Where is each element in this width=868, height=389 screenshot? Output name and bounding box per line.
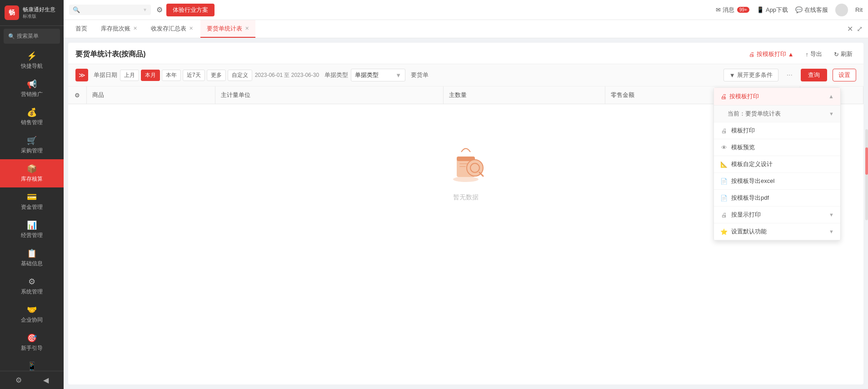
messages-badge: 99+	[737, 7, 749, 13]
template-pdf-icon: 📄	[720, 195, 728, 202]
filter-more-btn[interactable]: ···	[784, 71, 795, 79]
export-label: 导出	[810, 50, 822, 58]
sidebar-item-system[interactable]: ⚙ 系统管理	[0, 272, 64, 300]
tab-order-stats[interactable]: 要货单统计表 ✕	[200, 20, 255, 38]
tab-home[interactable]: 首页	[69, 20, 94, 38]
template-excel-label: 按模板导出excel	[731, 177, 774, 185]
close-all-tabs-btn[interactable]: ✕	[847, 25, 853, 33]
sidebar-item-apps[interactable]: 📱 应用中心	[0, 357, 64, 371]
print-icon: 🖨	[749, 51, 755, 58]
tab-collect[interactable]: 收发存汇总表 ✕	[145, 20, 200, 38]
template-pdf-label: 按模板导出pdf	[731, 194, 769, 202]
display-print-label: 按显示打印	[731, 211, 761, 219]
tab-batch-close[interactable]: ✕	[133, 25, 137, 31]
refresh-btn[interactable]: ↻ 刷新	[830, 48, 856, 60]
topbar-search-input[interactable]	[82, 7, 141, 13]
refresh-icon: ↻	[834, 51, 839, 58]
dropdown-item-template-excel[interactable]: 📄 按模板导出excel	[714, 173, 840, 190]
empty-text: 暂无数据	[453, 193, 479, 202]
user-avatar[interactable]	[835, 4, 848, 16]
template-excel-icon: 📄	[720, 178, 728, 185]
scrollbar-thumb[interactable]	[865, 147, 868, 175]
print-dropdown-menu: 🖨 按模板打印 ▲ 当前：要货单统计表 ▼ 🖨 模板打印 👁 模板预览 📐 模板…	[713, 87, 841, 241]
query-btn[interactable]: 查询	[801, 69, 827, 81]
sidebar-item-inventory[interactable]: 📦 库存核算	[0, 159, 64, 187]
marketing-icon: 📢	[27, 79, 37, 89]
date-btn-last-month[interactable]: 上月	[120, 70, 139, 81]
print-btn[interactable]: 🖨 按模板打印 ▲	[745, 48, 798, 60]
dropdown-current-item[interactable]: 当前：要货单统计表 ▼	[714, 106, 840, 122]
app-download-btn[interactable]: 📱 App下载	[757, 6, 788, 14]
topbar-search-area[interactable]: 🔍 ▼	[69, 5, 151, 15]
date-range-display: 2023-06-01 至 2023-06-30	[255, 71, 319, 79]
trial-btn[interactable]: 体验行业方案	[166, 4, 215, 16]
vertical-scrollbar[interactable]	[865, 129, 868, 220]
search-menu-btn[interactable]: 🔍 搜索菜单	[4, 29, 60, 44]
settings-footer-btn[interactable]: ⚙	[15, 376, 22, 384]
sidebar-item-purchase[interactable]: 🛒 采购管理	[0, 131, 64, 159]
filter-toggle-btn[interactable]: ≫	[75, 69, 88, 81]
expand-filter-icon: ▼	[729, 72, 735, 79]
topbar: 🔍 ▼ ⚙ 体验行业方案 ✉ 消息 99+ 📱 App下载 💬 在线客服 Rit	[64, 0, 868, 20]
date-btn-this-year[interactable]: 本年	[162, 70, 181, 81]
collapse-footer-btn[interactable]: ◀	[43, 376, 49, 384]
basic-label: 基础信息	[21, 260, 43, 268]
tab-collect-close[interactable]: ✕	[189, 25, 193, 31]
sidebar-item-cooperation[interactable]: 🤝 企业协同	[0, 300, 64, 328]
dropdown-header[interactable]: 🖨 按模板打印 ▲	[714, 88, 840, 106]
sidebar-item-shortcuts[interactable]: ⚡ 快捷导航	[0, 46, 64, 75]
tab-batch[interactable]: 库存批次账 ✕	[95, 20, 144, 38]
marketing-label: 营销推广	[21, 91, 43, 98]
dropdown-item-template-print[interactable]: 🖨 模板打印	[714, 122, 840, 139]
sidebar-logo: 畅 畅康通好生意 标准版	[0, 0, 64, 26]
sidebar-item-marketing[interactable]: 📢 营销推广	[0, 75, 64, 103]
date-btn-7days[interactable]: 近7天	[183, 70, 205, 81]
basic-icon: 📋	[27, 248, 37, 258]
dropdown-sub-default-setting[interactable]: ⭐ 设置默认功能 ▼	[714, 223, 840, 240]
finance-icon: 💳	[27, 192, 37, 202]
sales-label: 销售管理	[21, 119, 43, 126]
messages-btn[interactable]: ✉ 消息 99+	[716, 6, 749, 14]
dropdown-item-template-design[interactable]: 📐 模板自定义设计	[714, 156, 840, 173]
purchase-label: 采购管理	[21, 147, 43, 155]
filter-bar: ≫ 单据日期 上月 本月 本年 近7天 更多 自定义 2023-06-01 至 …	[68, 64, 863, 86]
settings-btn[interactable]: 设置	[833, 69, 856, 81]
type-select[interactable]: 单据类型 ▼	[351, 69, 405, 81]
topbar-gear-icon[interactable]: ⚙	[156, 5, 163, 14]
logo-text-group: 畅康通好生意 标准版	[23, 6, 55, 20]
goods-filter-group: 要货单	[411, 71, 429, 79]
tab-order-stats-close[interactable]: ✕	[245, 25, 249, 31]
expand-filter-btn[interactable]: ▼ 展开更多条件	[723, 69, 778, 81]
expand-tab-btn[interactable]: ⤢	[857, 25, 863, 33]
type-select-arrow-icon: ▼	[395, 72, 401, 79]
default-setting-icon: ⭐	[720, 228, 728, 235]
sidebar-item-basic[interactable]: 📋 基础信息	[0, 244, 64, 272]
date-btn-this-month[interactable]: 本月	[141, 70, 160, 81]
col-settings[interactable]: ⚙	[68, 86, 86, 104]
finance-label: 资金管理	[21, 203, 43, 211]
dropdown-sub-display-print[interactable]: 🖨 按显示打印 ▼	[714, 207, 840, 223]
dropdown-item-template-pdf[interactable]: 📄 按模板导出pdf	[714, 190, 840, 207]
page-header: 要货单统计表(按商品) 🖨 按模板打印 ▲ ↑ 导出 ↻ 刷新	[68, 43, 863, 64]
date-btn-more[interactable]: 更多	[207, 70, 226, 81]
sidebar-item-sales[interactable]: 💰 销售管理	[0, 103, 64, 131]
svg-rect-6	[459, 163, 469, 164]
template-preview-icon: 👁	[720, 144, 728, 151]
print-label: 按模板打印	[757, 50, 786, 58]
export-btn[interactable]: ↑ 导出	[802, 48, 826, 60]
tab-collect-label: 收发存汇总表	[151, 25, 186, 33]
sidebar-item-finance[interactable]: 💳 资金管理	[0, 187, 64, 216]
logo-icon: 畅	[5, 5, 19, 20]
svg-rect-7	[459, 166, 466, 167]
sidebar-item-guide[interactable]: 🎯 新手引导	[0, 328, 64, 357]
operations-label: 经营管理	[21, 232, 43, 239]
print-chevron-icon: ▲	[788, 51, 794, 58]
sidebar-footer: ⚙ ◀	[0, 371, 64, 389]
export-icon: ↑	[806, 51, 809, 58]
online-service-btn[interactable]: 💬 在线客服	[795, 6, 828, 14]
sidebar-item-operations[interactable]: 📊 经营管理	[0, 216, 64, 244]
template-print-icon: 🖨	[720, 127, 728, 134]
date-btn-custom[interactable]: 自定义	[228, 70, 252, 81]
empty-icon	[443, 141, 489, 186]
dropdown-item-template-preview[interactable]: 👁 模板预览	[714, 139, 840, 156]
